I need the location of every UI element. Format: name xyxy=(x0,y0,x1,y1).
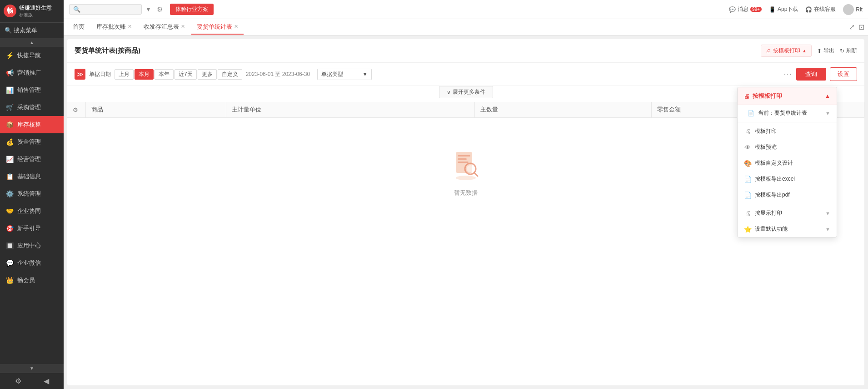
sidebar-label-finance: 资金管理 xyxy=(17,138,41,146)
settings-button[interactable]: 设置 xyxy=(830,67,857,81)
dropdown-item-default-function[interactable]: ⭐ 设置默认功能 ▼ xyxy=(738,221,837,237)
tab-inventory-batch[interactable]: 库存批次账 ✕ xyxy=(91,20,137,35)
app-badge: 标准版 xyxy=(19,12,52,18)
sidebar-item-wecom[interactable]: 💬 企业微信 xyxy=(0,254,64,272)
dropdown-item-template-print[interactable]: 🖨 模板打印 xyxy=(738,123,837,139)
sidebar-item-finance[interactable]: 💰 资金管理 xyxy=(0,133,64,151)
export-icon: ⬆ xyxy=(817,48,822,54)
sidebar-item-apps[interactable]: 🔲 应用中心 xyxy=(0,237,64,254)
template-print-icon: 🖨 xyxy=(744,128,751,135)
sidebar-item-purchase[interactable]: 🛒 采购管理 xyxy=(0,99,64,116)
dropdown-item-template-design[interactable]: 🎨 模板自定义设计 xyxy=(738,155,837,171)
export-excel-label: 按模板导出excel xyxy=(755,175,795,183)
date-btn-more[interactable]: 更多 xyxy=(198,69,217,80)
dropdown-item-export-excel[interactable]: 📄 按模板导出excel xyxy=(738,171,837,187)
user-info[interactable]: Rit xyxy=(843,4,863,15)
page-title: 要货单统计表(按商品) xyxy=(75,46,140,55)
guide-icon: 🎯 xyxy=(5,225,14,232)
expand-label: 展开更多条件 xyxy=(453,88,485,96)
date-buttons-group: 上月 本月 本年 近7天 更多 自定义 xyxy=(115,69,242,80)
tab-home[interactable]: 首页 xyxy=(67,20,90,35)
inventory-batch-label: 库存批次账 xyxy=(96,23,126,31)
marketing-icon: 📢 xyxy=(5,69,14,76)
dropdown-header[interactable]: 🖨 按模板打印 ▲ xyxy=(738,87,837,105)
sidebar: 畅 畅赚通好生意 标准版 🔍 搜索菜单 ▲ ⚡ 快捷导航 📢 营销推广 📊 销售… xyxy=(0,0,64,389)
table-col-quantity: 主数量 xyxy=(475,102,652,118)
table-col-settings[interactable]: ⚙ xyxy=(67,102,85,118)
tab-restore-btn[interactable]: ⤢ xyxy=(849,23,855,31)
sidebar-item-member[interactable]: 👑 畅会员 xyxy=(0,272,64,289)
tab-close-inventory-batch[interactable]: ✕ xyxy=(128,24,132,30)
topbar-gear-icon[interactable]: ⚙ xyxy=(157,5,163,14)
print-template-btn[interactable]: 🖨 按模板打印 ▲ xyxy=(761,45,812,57)
messages-btn[interactable]: 💬 消息 99+ xyxy=(729,5,762,13)
more-options-btn[interactable]: ··· xyxy=(784,70,793,78)
dropdown-item-display-print[interactable]: 🖨 按显示打印 ▼ xyxy=(738,205,837,221)
dropdown-header-arrow: ▲ xyxy=(825,93,830,99)
online-service-btn[interactable]: 🎧 在线客服 xyxy=(805,5,836,13)
date-btn-last-month[interactable]: 上月 xyxy=(115,69,134,80)
filter-expand-btn[interactable]: ≫ xyxy=(75,69,85,80)
svg-line-7 xyxy=(474,173,478,176)
messages-icon: 💬 xyxy=(729,6,736,13)
sidebar-item-inventory[interactable]: 📦 库存核算 xyxy=(0,116,64,133)
display-print-label: 按显示打印 xyxy=(755,209,782,217)
sidebar-search[interactable]: 🔍 搜索菜单 xyxy=(0,23,64,38)
tab-minimize-btn[interactable]: ⊡ xyxy=(858,23,864,31)
sidebar-item-collab[interactable]: 🤝 企业协同 xyxy=(0,202,64,220)
trial-btn[interactable]: 体验行业方案 xyxy=(170,4,214,15)
table-settings-icon[interactable]: ⚙ xyxy=(73,106,78,113)
print-arrow-icon: ▲ xyxy=(802,48,807,53)
quick-nav-icon: ⚡ xyxy=(5,52,14,59)
search-icon: 🔍 xyxy=(5,27,12,34)
sidebar-collapse-btn[interactable]: ◀ xyxy=(44,377,49,385)
tab-order-stats[interactable]: 要货单统计表 ✕ xyxy=(191,20,244,35)
order-type-select[interactable]: 单据类型 ▼ xyxy=(317,69,372,80)
home-tab-label: 首页 xyxy=(73,23,85,31)
order-stats-label: 要货单统计表 xyxy=(197,23,232,31)
sidebar-item-guide[interactable]: 🎯 新手引导 xyxy=(0,220,64,237)
sidebar-item-basic[interactable]: 📋 基础信息 xyxy=(0,168,64,185)
topbar-dropdown-arrow[interactable]: ▼ xyxy=(145,6,151,13)
date-btn-current-month[interactable]: 本月 xyxy=(135,69,154,80)
topbar-search-input[interactable] xyxy=(82,6,138,13)
template-preview-label: 模板预览 xyxy=(755,143,777,151)
dropdown-current-template[interactable]: 📄 当前：要货单统计表 ▼ xyxy=(738,105,837,121)
empty-illustration xyxy=(448,145,484,182)
app-download-btn[interactable]: 📱 App下载 xyxy=(769,5,798,13)
sales-icon: 📊 xyxy=(5,86,14,94)
topbar-search-box[interactable]: 🔍 xyxy=(69,4,142,15)
print-template-label: 按模板打印 xyxy=(773,47,800,55)
default-function-label: 设置默认功能 xyxy=(755,225,788,233)
tab-close-receivable-summary[interactable]: ✕ xyxy=(181,24,185,30)
filter-bar: ≫ 单据日期 上月 本月 本年 近7天 更多 自定义 2023-06-01 至 … xyxy=(67,63,864,86)
date-btn-custom[interactable]: 自定义 xyxy=(218,69,242,80)
date-btn-current-year[interactable]: 本年 xyxy=(155,69,174,80)
export-label: 导出 xyxy=(823,47,834,55)
sidebar-item-sales[interactable]: 📊 销售管理 xyxy=(0,81,64,99)
expand-more-btn[interactable]: ∨ 展开更多条件 xyxy=(439,86,493,98)
tab-receivable-summary[interactable]: 收发存汇总表 ✕ xyxy=(138,20,190,35)
sidebar-item-operations[interactable]: 📈 经营管理 xyxy=(0,151,64,168)
dropdown-item-export-pdf[interactable]: 📄 按模板导出pdf xyxy=(738,187,837,203)
query-button[interactable]: 查询 xyxy=(796,68,826,81)
topbar: 🔍 ▼ ⚙ 体验行业方案 💬 消息 99+ 📱 App下载 🎧 在线客服 Rit xyxy=(64,0,868,19)
wecom-icon: 💬 xyxy=(5,259,14,267)
refresh-btn[interactable]: ↻ 刷新 xyxy=(840,47,857,55)
page-actions: 🖨 按模板打印 ▲ ⬆ 导出 ↻ 刷新 xyxy=(761,45,857,57)
sidebar-item-system[interactable]: ⚙️ 系统管理 xyxy=(0,185,64,202)
display-print-arrow: ▼ xyxy=(825,211,830,216)
sidebar-scroll-up[interactable]: ▲ xyxy=(0,38,64,47)
sidebar-item-quick-nav[interactable]: ⚡ 快捷导航 xyxy=(0,47,64,64)
sidebar-settings-btn[interactable]: ⚙ xyxy=(15,377,21,385)
tab-close-order-stats[interactable]: ✕ xyxy=(234,24,238,30)
date-btn-last-7days[interactable]: 近7天 xyxy=(175,69,197,80)
sidebar-item-marketing[interactable]: 📢 营销推广 xyxy=(0,64,64,81)
apps-icon: 🔲 xyxy=(5,242,14,249)
sidebar-scroll-down[interactable]: ▼ xyxy=(0,364,64,373)
page-header: 要货单统计表(按商品) 🖨 按模板打印 ▲ ⬆ 导出 ↻ 刷新 xyxy=(67,39,864,63)
sidebar-label-sales: 销售管理 xyxy=(17,86,41,94)
dropdown-item-template-preview[interactable]: 👁 模板预览 xyxy=(738,139,837,155)
expand-icon: ∨ xyxy=(447,89,451,96)
export-btn[interactable]: ⬆ 导出 xyxy=(817,47,834,55)
